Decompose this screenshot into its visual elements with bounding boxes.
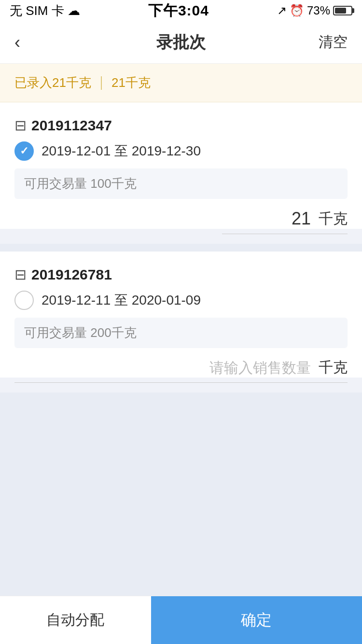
- status-right: ↗ ⏰ 73%: [277, 4, 352, 17]
- page-title: 录批次: [156, 21, 206, 64]
- status-time: 下午3:04: [148, 1, 209, 21]
- clear-button[interactable]: 清空: [319, 32, 348, 52]
- total-label: 21千克: [111, 74, 151, 91]
- section-separator: [0, 244, 362, 252]
- batch2-input-row: 千克: [0, 348, 362, 378]
- batch2-underline: [14, 382, 348, 383]
- info-divider: [101, 76, 102, 90]
- batch2-radio[interactable]: [14, 291, 34, 310]
- battery-icon: [333, 6, 352, 15]
- batch1-quantity-row: 21 千克: [0, 199, 362, 229]
- batch2-icon: ⊟: [14, 266, 27, 283]
- info-banner: 已录入21千克 21千克: [0, 64, 362, 102]
- batch2-header: ⊟ 2019126781: [14, 266, 348, 283]
- batch1-date-row: 2019-12-01 至 2019-12-30: [14, 141, 348, 161]
- batch1-icon: ⊟: [14, 117, 27, 134]
- recorded-label: 已录入21千克: [14, 74, 91, 91]
- batch1-avail: 可用交易量 100千克: [14, 168, 348, 199]
- sim-text: 无 SIM 卡 ☁: [10, 2, 80, 19]
- batch1-header: ⊟ 2019112347: [14, 117, 348, 134]
- batch2-quantity-input[interactable]: [118, 360, 311, 376]
- location-icon: ↗: [277, 4, 287, 17]
- batch1-underline: [222, 234, 348, 234]
- batch2-date-row: 2019-12-11 至 2020-01-09: [14, 291, 348, 310]
- batch1-date: 2019-12-01 至 2019-12-30: [42, 142, 201, 160]
- batch2-id: 2019126781: [31, 266, 112, 283]
- batch2-date: 2019-12-11 至 2020-01-09: [42, 291, 201, 309]
- bottom-bar: 自动分配 确定: [0, 596, 362, 644]
- batch2-avail: 可用交易量 200千克: [14, 318, 348, 348]
- confirm-label: 确定: [241, 610, 272, 631]
- confirm-button[interactable]: 确定: [151, 596, 362, 644]
- batch1-quantity-unit: 千克: [319, 209, 348, 229]
- batch-item-1: ⊟ 2019112347 2019-12-01 至 2019-12-30 可用交…: [0, 102, 362, 199]
- back-button[interactable]: ‹: [10, 28, 25, 57]
- status-bar: 无 SIM 卡 ☁ 下午3:04 ↗ ⏰ 73%: [0, 0, 362, 21]
- batch2-input-unit: 千克: [319, 358, 348, 378]
- nav-bar: ‹ 录批次 清空: [0, 21, 362, 64]
- content-area: ⊟ 2019112347 2019-12-01 至 2019-12-30 可用交…: [0, 102, 362, 634]
- auto-distribute-button[interactable]: 自动分配: [0, 596, 151, 644]
- battery-percent: 73%: [307, 4, 330, 17]
- alarm-icon: ⏰: [290, 4, 304, 17]
- batch1-id: 2019112347: [31, 117, 112, 134]
- auto-distribute-label: 自动分配: [46, 610, 104, 630]
- status-left: 无 SIM 卡 ☁: [10, 2, 80, 19]
- batch-item-2: ⊟ 2019126781 2019-12-11 至 2020-01-09 可用交…: [0, 252, 362, 348]
- batch1-radio[interactable]: [14, 141, 34, 161]
- batch1-quantity-value: 21: [292, 209, 311, 229]
